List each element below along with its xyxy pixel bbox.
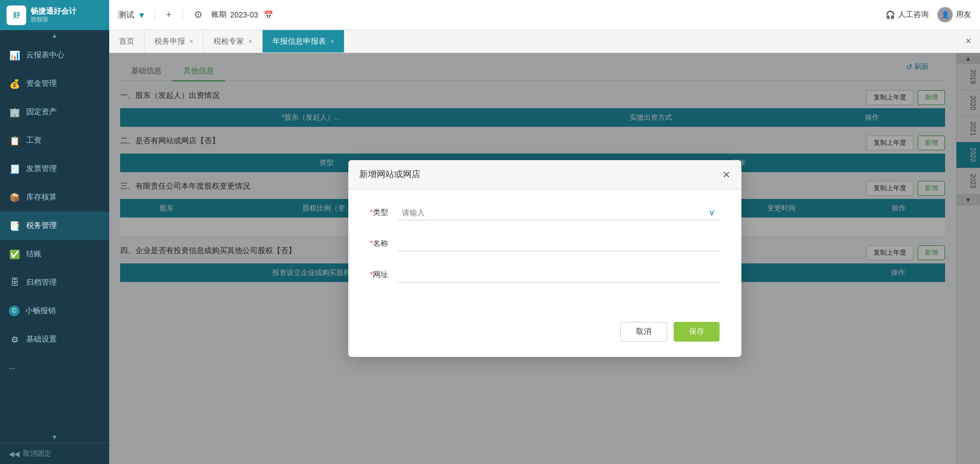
type-dropdown-icon[interactable]: ∨ bbox=[709, 207, 715, 218]
sidebar-item-settings[interactable]: ⚙ 基础设置 bbox=[0, 325, 109, 354]
sidebar-item-label: 资金管理 bbox=[26, 79, 57, 89]
sidebar-item-archive[interactable]: 🗄 归档管理 bbox=[0, 268, 109, 297]
sidebar-item-label: 云报表中心 bbox=[26, 50, 64, 60]
sidebar-item-fixed-assets[interactable]: 🏢 固定资产 bbox=[0, 98, 109, 126]
user-menu[interactable]: 👤 用友 bbox=[937, 7, 971, 22]
form-label-type: *类型 bbox=[370, 208, 397, 218]
add-company-button[interactable]: + bbox=[164, 7, 174, 23]
modal-body: *类型 ∨ *名称 bbox=[348, 190, 741, 313]
sidebar-item-label: 工资 bbox=[26, 136, 41, 145]
close-all-tabs-button[interactable]: × bbox=[957, 30, 980, 52]
xiaochang-icon: © bbox=[9, 306, 20, 316]
tab-home-label: 首页 bbox=[119, 37, 134, 46]
type-field-wrapper[interactable]: ∨ bbox=[397, 205, 720, 220]
required-star-url: * bbox=[370, 270, 373, 279]
sidebar-nav: 📊 云报表中心 💰 资金管理 🏢 固定资产 📋 工资 🧾 发票管理 📦 库存核算… bbox=[0, 41, 109, 432]
sidebar-item-label: 结账 bbox=[26, 249, 41, 259]
sidebar: 好 畅捷通好会计 旗舰版 ▲ 📊 云报表中心 💰 资金管理 🏢 固定资产 📋 工… bbox=[0, 0, 109, 464]
tab-tax-inspect[interactable]: 税检专家 × bbox=[204, 30, 263, 52]
sidebar-item-more-label: ··· bbox=[9, 363, 15, 372]
form-row-name: *名称 bbox=[370, 236, 720, 251]
required-star-name: * bbox=[370, 239, 373, 248]
sidebar-item-more[interactable]: ··· bbox=[0, 354, 109, 382]
user-label: 用友 bbox=[956, 10, 971, 20]
modal-add-website: 新增网站或网店 ✕ *类型 ∨ bbox=[348, 160, 741, 357]
topbar-period: 账期 2023-03 📅 bbox=[211, 8, 275, 21]
sidebar-item-invoice[interactable]: 🧾 发票管理 bbox=[0, 155, 109, 183]
archive-icon: 🗄 bbox=[9, 277, 21, 289]
period-calendar-button[interactable]: 📅 bbox=[262, 8, 275, 21]
service-label: 人工咨询 bbox=[898, 10, 929, 20]
tab-tax-report-close[interactable]: × bbox=[189, 38, 193, 45]
logo-text-block: 畅捷通好会计 旗舰版 bbox=[31, 7, 76, 24]
logo-text: 畅捷通好会计 bbox=[31, 7, 76, 16]
sidebar-item-cloud-report[interactable]: 📊 云报表中心 bbox=[0, 41, 109, 69]
company-name: 测试 bbox=[118, 10, 134, 20]
sidebar-item-label: 归档管理 bbox=[26, 278, 57, 287]
modal-title: 新增网站或网店 bbox=[359, 169, 420, 180]
avatar: 👤 bbox=[937, 7, 953, 22]
checkout-icon: ✅ bbox=[9, 248, 21, 260]
fixed-assets-icon: 🏢 bbox=[9, 106, 21, 118]
tab-tax-report[interactable]: 税务申报 × bbox=[145, 30, 204, 52]
form-row-url: *网址 bbox=[370, 267, 720, 283]
cancel-pin-label: 取消固定 bbox=[23, 449, 51, 459]
form-label-url: *网址 bbox=[370, 270, 397, 280]
type-input[interactable] bbox=[402, 208, 709, 217]
fund-icon: 💰 bbox=[9, 78, 21, 90]
sidebar-logo: 好 畅捷通好会计 旗舰版 bbox=[0, 0, 109, 30]
sidebar-item-inventory[interactable]: 📦 库存核算 bbox=[0, 183, 109, 212]
sidebar-bottom-cancel-pin[interactable]: ◀◀ 取消固定 bbox=[0, 443, 109, 464]
topbar-right: 🎧 人工咨询 👤 用友 bbox=[886, 7, 971, 22]
sidebar-item-label: 发票管理 bbox=[26, 164, 57, 174]
company-dropdown-icon: ▼ bbox=[138, 10, 146, 20]
service-button[interactable]: 🎧 人工咨询 bbox=[886, 10, 929, 20]
sidebar-item-tax[interactable]: 📑 税务管理 bbox=[0, 212, 109, 240]
form-row-type: *类型 ∨ bbox=[370, 205, 720, 220]
modal-overlay: 新增网站或网店 ✕ *类型 ∨ bbox=[109, 53, 980, 464]
period-value: 2023-03 bbox=[230, 10, 258, 19]
cancel-pin-icon: ◀◀ bbox=[9, 450, 20, 458]
sidebar-item-fund[interactable]: 💰 资金管理 bbox=[0, 69, 109, 98]
cancel-button[interactable]: 取消 bbox=[620, 322, 667, 342]
settings-gear-button[interactable]: ⚙ bbox=[192, 7, 205, 23]
required-star-type: * bbox=[370, 208, 373, 216]
tab-annual-report[interactable]: 年报信息申报表 × bbox=[263, 30, 345, 52]
period-label: 账期 bbox=[211, 10, 227, 20]
tab-home[interactable]: 首页 bbox=[109, 30, 145, 52]
cloud-report-icon: 📊 bbox=[9, 49, 21, 61]
save-button[interactable]: 保存 bbox=[674, 322, 720, 342]
sidebar-item-xiaochang[interactable]: © 小畅报销 bbox=[0, 297, 109, 325]
sidebar-scroll-down[interactable]: ▼ bbox=[0, 432, 109, 443]
inventory-icon: 📦 bbox=[9, 191, 21, 203]
modal-close-button[interactable]: ✕ bbox=[722, 170, 730, 180]
tax-icon: 📑 bbox=[9, 220, 21, 232]
tab-tax-report-label: 税务申报 bbox=[155, 37, 185, 46]
sidebar-item-checkout[interactable]: ✅ 结账 bbox=[0, 240, 109, 268]
logo-sub: 旗舰版 bbox=[31, 15, 76, 24]
url-input[interactable] bbox=[397, 267, 720, 283]
sidebar-scroll-up[interactable]: ▲ bbox=[0, 30, 109, 41]
sidebar-item-label: 库存核算 bbox=[26, 192, 57, 202]
tabbar: 首页 税务申报 × 税检专家 × 年报信息申报表 × × bbox=[109, 30, 980, 53]
name-input[interactable] bbox=[397, 236, 720, 251]
tab-annual-report-close[interactable]: × bbox=[330, 38, 334, 45]
tab-tax-inspect-close[interactable]: × bbox=[248, 38, 252, 45]
form-label-name: *名称 bbox=[370, 239, 397, 249]
modal-footer: 取消 保存 bbox=[348, 313, 741, 357]
sidebar-item-payroll[interactable]: 📋 工资 bbox=[0, 126, 109, 155]
settings-icon: ⚙ bbox=[9, 333, 21, 345]
topbar-company[interactable]: 测试 ▼ bbox=[118, 10, 146, 20]
sidebar-item-label: 小畅报销 bbox=[25, 306, 56, 316]
payroll-icon: 📋 bbox=[9, 134, 21, 146]
sidebar-item-label: 固定资产 bbox=[26, 107, 57, 117]
modal-header: 新增网站或网店 ✕ bbox=[348, 160, 741, 190]
content-area: 基础信息 其他信息 ↺ 刷新 一、股东（发起人）出资情况 复制上年度 新增 bbox=[109, 53, 980, 464]
topbar-divider2 bbox=[182, 9, 183, 20]
headset-icon: 🎧 bbox=[886, 10, 895, 19]
topbar: 测试 ▼ + ⚙ 账期 2023-03 📅 🎧 人工咨询 👤 用友 bbox=[109, 0, 980, 30]
sidebar-item-label: 税务管理 bbox=[26, 221, 57, 231]
invoice-icon: 🧾 bbox=[9, 163, 21, 175]
sidebar-item-label: 基础设置 bbox=[26, 334, 57, 344]
main-area: 测试 ▼ + ⚙ 账期 2023-03 📅 🎧 人工咨询 👤 用友 首页 bbox=[109, 0, 980, 464]
